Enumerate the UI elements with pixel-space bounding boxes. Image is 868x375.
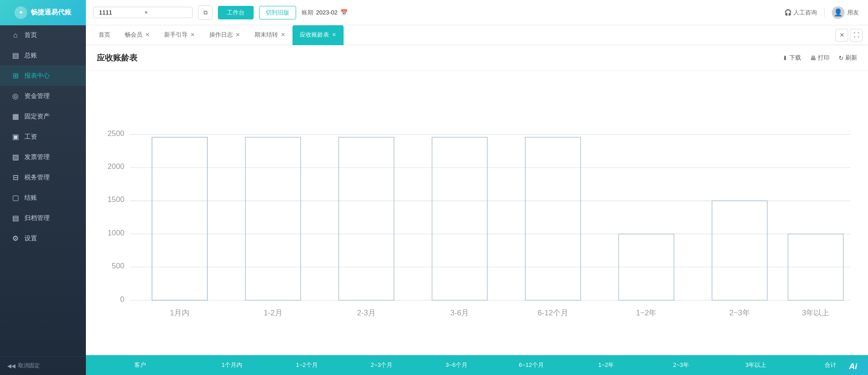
sidebar-item-capital[interactable]: ◎ 资金管理 <box>0 86 86 106</box>
svg-text:2~3年: 2~3年 <box>729 309 750 317</box>
divider <box>824 8 825 17</box>
tab-guide[interactable]: 新手引导 ✕ <box>157 25 202 45</box>
username: 用友 <box>847 9 859 17</box>
ai-badge[interactable]: Ai <box>838 358 868 375</box>
sidebar-label-payroll: 工资 <box>24 133 37 141</box>
sidebar-item-payroll[interactable]: ▣ 工资 <box>0 127 86 147</box>
tab-vip[interactable]: 畅会员 ✕ <box>118 25 157 45</box>
print-icon: 🖶 <box>810 55 816 61</box>
consult-label: 人工咨询 <box>793 9 817 17</box>
svg-text:2500: 2500 <box>108 129 124 138</box>
user-area[interactable]: 👤 用友 <box>832 6 859 19</box>
th-client: 客户 <box>86 361 194 369</box>
svg-text:1500: 1500 <box>108 195 124 204</box>
oldver-button[interactable]: 切到旧版 <box>259 6 296 19</box>
settings-icon: ⚙ <box>11 234 20 243</box>
tab-vip-close[interactable]: ✕ <box>145 32 150 38</box>
sidebar-item-invoice[interactable]: ▨ 发票管理 <box>0 147 86 167</box>
svg-text:1~2年: 1~2年 <box>636 309 657 317</box>
svg-text:0: 0 <box>120 295 124 304</box>
svg-rect-26 <box>712 201 767 300</box>
tab-expand-btn[interactable]: ⛶ <box>850 29 863 42</box>
cancel-fixed-label: 取消固定 <box>18 362 40 370</box>
tab-vip-label: 畅会员 <box>125 31 142 39</box>
period-area: 账期 2023-02 📅 <box>302 9 348 17</box>
tax-icon: ⊟ <box>11 173 20 182</box>
consult-button[interactable]: 🎧 人工咨询 <box>784 9 817 17</box>
checkout-icon: ▢ <box>11 193 20 202</box>
sidebar-item-report[interactable]: ⊞ 报表中心 <box>0 66 86 86</box>
company-name: 1111 <box>99 9 141 16</box>
download-button[interactable]: ⬇ 下载 <box>783 54 801 62</box>
sidebar-label-checkout: 结账 <box>24 194 37 202</box>
sidebar-item-tax[interactable]: ⊟ 税务管理 <box>0 167 86 188</box>
sidebar-item-home[interactable]: ⌂ 首页 <box>0 25 86 45</box>
download-label: 下载 <box>789 54 801 62</box>
logo-text: 畅捷通易代账 <box>31 8 71 17</box>
page-title: 应收账龄表 <box>97 52 137 63</box>
refresh-button[interactable]: ↻ 刷新 <box>839 54 857 62</box>
tab-oplog-close[interactable]: ✕ <box>236 32 240 38</box>
tab-oplog-label: 操作日志 <box>209 31 233 39</box>
tab-period-end[interactable]: 期末结转 ✕ <box>247 25 292 45</box>
tab-period-end-close[interactable]: ✕ <box>281 32 285 38</box>
svg-text:2-3月: 2-3月 <box>357 309 376 317</box>
main-layout: ⌂ 首页 ▤ 总账 ⊞ 报表中心 ◎ 资金管理 ▦ 固定资产 ▣ 工资 <box>0 25 868 375</box>
th-6-12m: 6~12个月 <box>494 361 569 369</box>
tab-ar-aging-close[interactable]: ✕ <box>332 32 336 38</box>
bar-chart: 0 500 1000 1500 2000 2500 <box>97 80 857 351</box>
ledger-icon: ▤ <box>11 51 20 60</box>
logo: ✦ 畅捷通易代账 <box>0 0 86 25</box>
workbench-button[interactable]: 工作台 <box>218 6 254 19</box>
chevron-down-icon: ▾ <box>145 9 187 16</box>
refresh-label: 刷新 <box>845 54 857 62</box>
page-header: 应收账龄表 ⬇ 下载 🖶 打印 ↻ 刷新 <box>86 45 868 71</box>
sidebar: ⌂ 首页 ▤ 总账 ⊞ 报表中心 ◎ 资金管理 ▦ 固定资产 ▣ 工资 <box>0 25 86 375</box>
company-select[interactable]: 1111 ▾ <box>93 7 193 18</box>
tab-oplog[interactable]: 操作日志 ✕ <box>202 25 247 45</box>
tab-guide-label: 新手引导 <box>164 31 188 39</box>
tabs-actions: ✕ ⛶ <box>835 29 863 42</box>
svg-rect-12 <box>152 137 207 300</box>
tab-guide-close[interactable]: ✕ <box>190 32 195 38</box>
sidebar-item-ledger[interactable]: ▤ 总账 <box>0 45 86 66</box>
svg-text:2000: 2000 <box>108 162 124 171</box>
print-button[interactable]: 🖶 打印 <box>810 54 830 62</box>
tab-ar-aging[interactable]: 应收账龄表 ✕ <box>292 25 344 45</box>
th-1-2y: 1~2年 <box>569 361 644 369</box>
page-actions: ⬇ 下载 🖶 打印 ↻ 刷新 <box>783 54 857 62</box>
top-right: 🎧 人工咨询 👤 用友 <box>784 6 868 19</box>
sidebar-item-settings[interactable]: ⚙ 设置 <box>0 228 86 248</box>
cancel-fixed-btn[interactable]: ◀◀ 取消固定 <box>0 356 86 375</box>
calendar-icon[interactable]: 📅 <box>340 9 348 16</box>
sidebar-label-archive: 归档管理 <box>24 214 50 222</box>
svg-text:3年以上: 3年以上 <box>802 309 829 317</box>
sidebar-label-ledger: 总账 <box>24 52 37 60</box>
top-bar: ✦ 畅捷通易代账 1111 ▾ ⧉ 工作台 切到旧版 账期 2023-02 📅 … <box>0 0 868 25</box>
svg-text:1月内: 1月内 <box>170 309 189 317</box>
th-3y-plus: 3年以上 <box>718 361 793 369</box>
copy-icon-btn[interactable]: ⧉ <box>198 5 212 20</box>
tab-close-btn[interactable]: ✕ <box>835 29 848 42</box>
tab-home[interactable]: 首页 <box>91 25 118 45</box>
tab-home-label: 首页 <box>99 31 110 39</box>
th-1-2m: 1~2个月 <box>269 361 344 369</box>
svg-rect-14 <box>152 137 207 300</box>
sidebar-label-asset: 固定资产 <box>24 112 50 121</box>
sidebar-item-checkout[interactable]: ▢ 结账 <box>0 188 86 208</box>
sidebar-item-asset[interactable]: ▦ 固定资产 <box>0 106 86 127</box>
th-2-3m: 2~3个月 <box>344 361 419 369</box>
ai-badge-text: Ai <box>849 362 857 371</box>
refresh-icon: ↻ <box>839 55 844 61</box>
tabs-bar: 首页 畅会员 ✕ 新手引导 ✕ 操作日志 ✕ 期末结转 ✕ 应收账龄表 ✕ <box>86 25 868 45</box>
logo-icon: ✦ <box>14 6 27 19</box>
sidebar-item-archive[interactable]: ▤ 归档管理 <box>0 208 86 228</box>
th-3-6m: 3~6个月 <box>419 361 494 369</box>
table-header: 客户 1个月内 1~2个月 2~3个月 3~6个月 6~12个月 1~2年 2~… <box>86 355 868 375</box>
svg-text:6-12个月: 6-12个月 <box>538 309 568 317</box>
chart-area: 0 500 1000 1500 2000 2500 <box>86 71 868 355</box>
page-content: 应收账龄表 ⬇ 下载 🖶 打印 ↻ 刷新 <box>86 45 868 375</box>
cancel-fixed-icon: ◀◀ <box>7 363 15 369</box>
copy-icon: ⧉ <box>203 9 208 16</box>
svg-text:500: 500 <box>112 262 124 270</box>
